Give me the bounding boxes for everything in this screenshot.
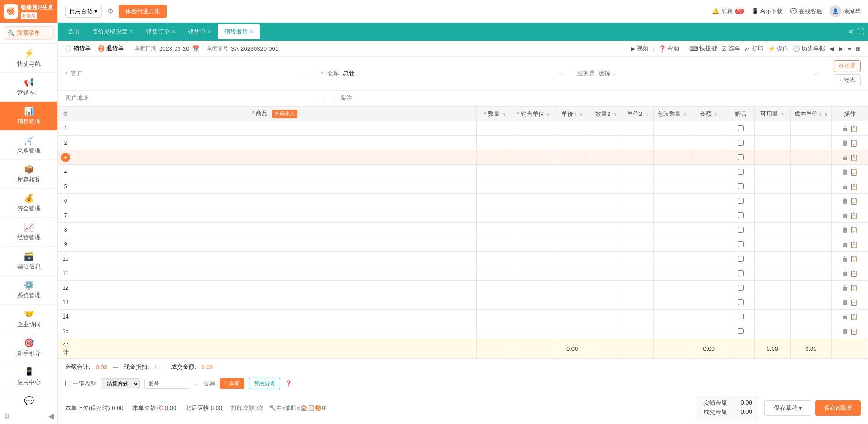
radio-return-slip[interactable]: 退货单 [98,44,124,52]
copy-row-icon-10[interactable]: 📋 [850,255,858,262]
cell-available-2[interactable] [754,136,790,150]
close-tab-icon[interactable]: ✕ [848,28,854,36]
cell-qty-11[interactable] [476,266,513,281]
cell-pack_qty-6[interactable] [654,194,691,208]
cell-qty-2[interactable] [476,136,513,150]
cell-pack_qty-9[interactable] [654,237,691,252]
copy-row-icon-4[interactable]: 📋 [850,168,858,176]
cell-gift-13[interactable] [727,295,754,310]
cell-pack_qty-12[interactable] [654,281,691,295]
notifications-item[interactable]: 🔔 消息 70 [712,7,744,15]
cell-pack_qty-4[interactable] [654,165,691,179]
cell-cost-2[interactable] [790,136,831,150]
one-click-payment-label[interactable]: 一键收款 [65,380,96,388]
sidebar-item-newbie[interactable]: 🎯 新手引导 [0,333,57,362]
cell-unit-3[interactable] [513,150,554,165]
cell-available-1[interactable] [754,121,790,136]
cell-gift-2[interactable] [727,136,754,150]
copy-row-icon-1[interactable]: 📋 [850,125,858,132]
cell-unit2-8[interactable] [622,223,654,237]
cell-unit-8[interactable] [513,223,554,237]
gift-checkbox-1[interactable] [738,125,744,131]
cell-gift-14[interactable] [727,310,754,324]
copy-row-icon-14[interactable]: 📋 [850,313,858,320]
sidebar-item-marketing[interactable]: 📢 营销推广 [0,73,57,102]
copy-row-icon-9[interactable]: 📋 [850,241,858,248]
copy-row-icon-5[interactable]: 📋 [850,183,858,190]
cell-goods-12[interactable] [73,281,477,295]
cell-goods-15[interactable] [73,324,477,338]
cell-qty2-4[interactable] [590,165,622,179]
cell-qty2-3[interactable] [590,150,622,165]
add-payment-button[interactable]: + 添加 [220,378,244,389]
cell-unit-11[interactable] [513,266,554,281]
cell-price-7[interactable] [554,208,590,223]
cell-qty-3[interactable] [476,150,513,165]
toolbar-list-view[interactable]: ≡ [848,45,851,52]
unit2-sort-icon[interactable]: ⇅ [645,112,648,117]
cell-goods-10[interactable] [73,252,477,266]
cell-available-6[interactable] [754,194,790,208]
cell-price-14[interactable] [554,310,590,324]
cell-cost-4[interactable] [790,165,831,179]
cell-gift-9[interactable] [727,237,754,252]
tab-close-price-extract[interactable]: ✕ [129,29,133,35]
company-select[interactable]: 日用百货 ▾ [65,5,102,18]
cell-qty2-6[interactable] [590,194,622,208]
cell-gift-12[interactable] [727,281,754,295]
cell-qty-15[interactable] [476,324,513,338]
cell-goods-2[interactable] [73,136,477,150]
discount-help-icon[interactable]: ℹ [155,364,157,371]
delete-row-icon-12[interactable]: 🗑 [842,284,848,291]
delete-row-icon-3[interactable]: 🗑 [842,154,848,161]
delete-row-icon-5[interactable]: 🗑 [842,183,848,190]
cell-goods-13[interactable] [73,295,477,310]
logistics-button[interactable]: + 物流 [834,74,861,86]
copy-row-icon-11[interactable]: 📋 [850,270,858,277]
qty2-sort-icon[interactable]: ⇅ [613,112,617,117]
cell-available-9[interactable] [754,237,790,252]
cell-unit-1[interactable] [513,121,554,136]
toolbar-prev[interactable]: ◀ [830,45,834,52]
cost-help-icon[interactable]: ℹ [819,110,821,117]
cell-qty2-8[interactable] [590,223,622,237]
cell-price-13[interactable] [554,295,590,310]
gift-checkbox-12[interactable] [738,285,744,291]
cell-available-10[interactable] [754,252,790,266]
tab-price-extract[interactable]: 售价提取设置 ✕ [86,24,140,39]
price-sort-icon[interactable]: ⇅ [580,112,583,117]
cell-cost-3[interactable] [790,150,831,165]
user-item[interactable]: 👤 徐泽华 [830,5,861,17]
cell-pack_qty-13[interactable] [654,295,691,310]
customer-input[interactable] [86,68,298,78]
cell-goods-8[interactable] [73,223,477,237]
cell-unit-5[interactable] [513,179,554,194]
cell-available-13[interactable] [754,295,790,310]
gift-checkbox-7[interactable] [738,212,744,218]
copy-row-icon-8[interactable]: 📋 [850,226,858,233]
delete-row-icon-2[interactable]: 🗑 [842,139,848,147]
gift-checkbox-9[interactable] [738,241,744,247]
trial-button[interactable]: 体验行业方案 [119,5,167,18]
price-help-icon[interactable]: ℹ [575,110,577,117]
cell-price-1[interactable] [554,121,590,136]
cell-goods-14[interactable] [73,310,477,324]
cell-unit-15[interactable] [513,324,554,338]
tab-sales-slip[interactable]: 销货单 ✕ [182,24,218,39]
gift-checkbox-4[interactable] [738,169,744,175]
cell-amount-11[interactable] [691,266,727,281]
cell-cost-5[interactable] [790,179,831,194]
cell-price-8[interactable] [554,223,590,237]
cell-price-15[interactable] [554,324,590,338]
cell-qty-12[interactable] [476,281,513,295]
gift-checkbox-5[interactable] [738,183,744,189]
cell-amount-15[interactable] [691,324,727,338]
copy-row-icon-6[interactable]: 📋 [850,197,858,205]
sidebar-item-enterprise[interactable]: 🤝 企业协同 [0,305,57,333]
account-input[interactable] [144,379,189,389]
cell-cost-10[interactable] [790,252,831,266]
cell-amount-2[interactable] [691,136,727,150]
cell-unit-2[interactable] [513,136,554,150]
col-settings-icon[interactable]: ⚙ [63,110,68,117]
cell-amount-3[interactable] [691,150,727,165]
